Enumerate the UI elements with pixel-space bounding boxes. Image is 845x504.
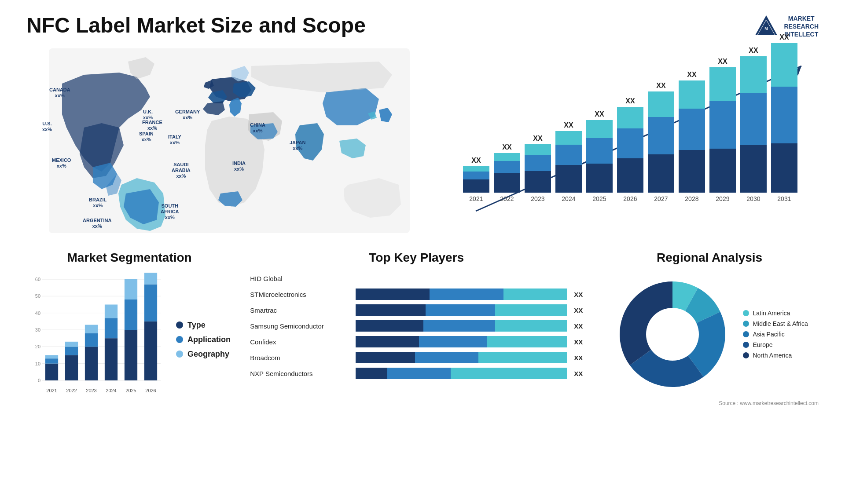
application-dot	[176, 336, 183, 343]
player-value: XX	[574, 307, 583, 314]
player-bar-seg	[356, 368, 387, 379]
player-bar-container	[356, 336, 567, 347]
bar-seg-0	[525, 171, 551, 193]
bar-seg-1	[525, 155, 551, 171]
bar-value-2029: XX	[718, 58, 727, 66]
bar-stack-2030	[740, 56, 767, 193]
players-list: HID GlobalSTMicroelectronicsXXSmartracXX…	[250, 273, 583, 379]
map-label-germany: GERMANYxx%	[175, 109, 200, 121]
bar-seg-2	[525, 144, 551, 155]
bar-seg-0	[494, 173, 520, 193]
bar-chart: XX2021XX2022XX2023XX2024XX2025XX2026XX20…	[450, 48, 819, 215]
svg-marker-0	[755, 15, 777, 35]
bar-seg-0	[463, 179, 489, 193]
regional-title: Regional Analysis	[600, 251, 819, 265]
key-players-section: Top Key Players HID GlobalSTMicroelectro…	[250, 251, 583, 406]
player-row: NXP SemiconductorsXX	[250, 368, 583, 379]
player-bar-seg	[356, 352, 415, 363]
player-row: ConfidexXX	[250, 336, 583, 347]
player-name: Confidex	[250, 338, 351, 346]
map-label-southafrica: SOUTHAFRICAxx%	[161, 203, 179, 221]
segmentation-section: Market Segmentation Type Application	[26, 251, 232, 406]
bar-seg-0	[617, 158, 643, 193]
bar-seg-1	[463, 172, 489, 179]
bar-value-2031: XX	[779, 33, 789, 41]
player-bar	[356, 352, 567, 363]
bar-value-2024: XX	[564, 121, 573, 129]
regional-legend-label: Asia Pacific	[753, 331, 784, 338]
world-map: CANADAxx% U.S.xx% MEXICOxx% BRAZILxx% AR…	[26, 48, 432, 233]
map-label-brazil: BRAZILxx%	[89, 197, 107, 208]
bar-value-2025: XX	[595, 110, 604, 118]
bar-year-2031: 2031	[777, 195, 791, 202]
bar-value-2023: XX	[533, 135, 542, 142]
map-label-spain: SPAINxx%	[139, 131, 154, 142]
player-value: XX	[574, 291, 583, 298]
bar-chart-wrapper: XX2021XX2022XX2023XX2024XX2025XX2026XX20…	[450, 48, 819, 233]
bar-year-2025: 2025	[592, 195, 606, 202]
bottom-row: Market Segmentation Type Application	[26, 251, 819, 406]
bar-year-2026: 2026	[623, 195, 637, 202]
player-bar	[356, 320, 567, 332]
bar-value-2022: XX	[502, 143, 511, 151]
player-bar-seg	[356, 336, 419, 347]
regional-legend-label: Europe	[753, 341, 772, 348]
bar-stack-2026	[617, 107, 643, 193]
player-bar-container	[356, 320, 567, 332]
player-name: Smartrac	[250, 307, 351, 314]
player-bar-container	[356, 289, 567, 300]
regional-legend-label: Middle East & Africa	[753, 320, 808, 327]
bar-seg-0	[771, 143, 797, 193]
bar-group-2024: XX2024	[555, 121, 582, 202]
player-name: Samsung Semiconductor	[250, 322, 351, 330]
page: NFC Label Market Size and Scope M MARKET…	[0, 0, 845, 504]
bar-group-2025: XX2025	[586, 110, 613, 202]
player-value: XX	[574, 354, 583, 362]
player-bar-seg	[487, 336, 567, 347]
player-row: SmartracXX	[250, 304, 583, 316]
player-bar	[356, 336, 567, 347]
player-value: XX	[574, 338, 583, 346]
player-bar-seg	[426, 304, 495, 316]
player-row: Samsung SemiconductorXX	[250, 320, 583, 332]
bar-stack-2025	[586, 120, 613, 193]
seg-legend-application: Application	[176, 335, 231, 344]
map-label-france: FRANCExx%	[142, 120, 162, 131]
bar-seg-2	[617, 107, 643, 128]
player-bar	[356, 368, 567, 379]
map-label-japan: JAPANxx%	[290, 140, 305, 151]
bar-seg-1	[494, 161, 520, 173]
map-label-china: CHINAxx%	[250, 122, 265, 134]
bar-value-2026: XX	[625, 97, 635, 105]
map-label-italy: ITALYxx%	[168, 134, 181, 146]
player-bar-seg	[356, 289, 430, 300]
bar-year-2028: 2028	[685, 195, 698, 202]
bar-seg-0	[679, 150, 705, 193]
regional-dot	[743, 321, 749, 327]
bar-stack-2029	[709, 67, 736, 193]
bar-group-2022: XX2022	[494, 143, 520, 202]
regional-legend-item: Middle East & Africa	[743, 320, 808, 327]
bar-seg-2	[555, 131, 582, 145]
type-dot	[176, 321, 183, 329]
seg-legend: Type Application Geography	[176, 312, 231, 359]
donut-chart	[611, 273, 734, 396]
player-bar	[356, 289, 567, 300]
bar-value-2028: XX	[687, 71, 696, 79]
donut-canvas	[611, 273, 734, 396]
bar-seg-2	[771, 43, 797, 87]
bar-year-2021: 2021	[469, 195, 483, 202]
player-bar-seg	[503, 289, 567, 300]
regional-legend-label: Latin America	[753, 310, 790, 317]
top-row: CANADAxx% U.S.xx% MEXICOxx% BRAZILxx% AR…	[26, 48, 819, 233]
bar-seg-1	[709, 101, 736, 149]
player-value: XX	[574, 322, 583, 330]
bar-group-2031: XX2031	[771, 33, 797, 202]
bar-year-2030: 2030	[746, 195, 760, 202]
regional-dot	[743, 310, 749, 316]
player-bar-container	[356, 368, 567, 379]
geography-dot	[176, 351, 183, 358]
player-value: XX	[574, 370, 583, 377]
player-row: HID Global	[250, 273, 583, 284]
bar-year-2029: 2029	[716, 195, 729, 202]
